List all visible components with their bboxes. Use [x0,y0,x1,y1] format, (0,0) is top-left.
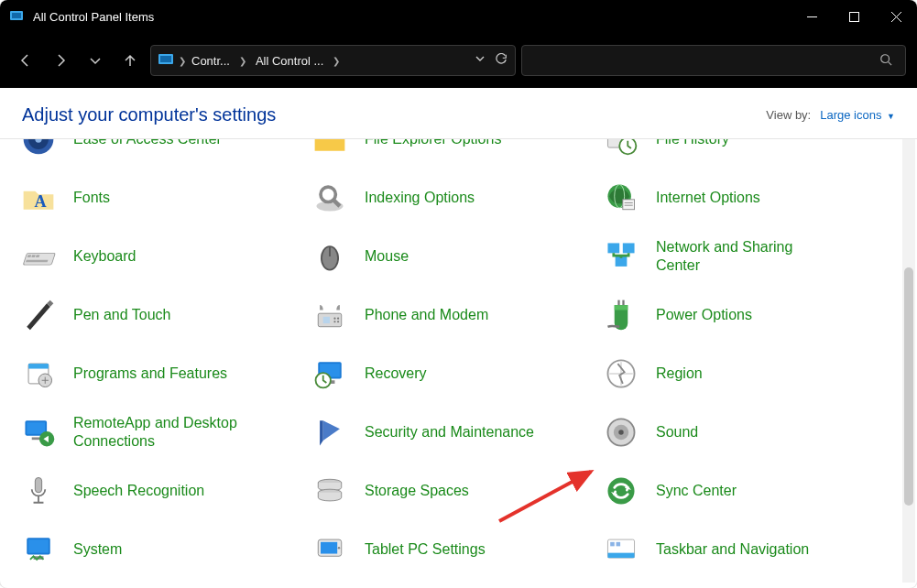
svg-rect-66 [28,539,49,553]
scrollbar-thumb[interactable] [904,267,913,506]
cpl-item-storage-spaces[interactable]: Storage Spaces [310,462,584,520]
control-panel-app-icon [9,9,24,24]
svg-point-70 [338,547,341,550]
cpl-item-label: Programs and Features [73,365,227,383]
cpl-item-file-explorer-options[interactable]: File Explorer Options [310,139,584,169]
cpl-item-label: Recovery [365,365,427,383]
tablet-icon [310,529,350,570]
control-panel-crumb-icon [158,53,173,69]
cpl-item-ease-of-access-center[interactable]: Ease of Access Center [18,139,293,169]
file-history-icon [601,139,641,159]
cpl-item-network-and-sharing-center[interactable]: Network and Sharing Center [601,227,876,286]
vertical-scrollbar[interactable] [902,139,915,583]
svg-point-41 [337,321,339,322]
history-dropdown-button[interactable] [475,53,486,69]
security-icon [310,412,350,452]
svg-point-64 [607,477,634,504]
cpl-item-label: Security and Maintenance [365,423,534,441]
indexing-icon [310,178,350,218]
cpl-item-label: Sound [656,423,698,441]
cpl-item-label: Sync Center [656,482,737,500]
cpl-item-pen-and-touch[interactable]: Pen and Touch [18,286,293,344]
cpl-item-power-options[interactable]: Power Options [601,286,876,344]
cpl-item-label: Speech Recognition [73,482,204,500]
svg-point-58 [618,430,623,434]
sound-icon [601,412,641,452]
svg-text:A: A [34,192,46,211]
svg-rect-53 [27,422,45,434]
svg-rect-37 [323,317,330,323]
cpl-item-fonts[interactable]: AFonts [18,169,293,227]
forward-button[interactable] [46,46,75,75]
internet-icon [601,178,641,218]
cpl-item-recovery[interactable]: Recovery [310,344,584,403]
cpl-item-indexing-options[interactable]: Indexing Options [310,169,584,227]
titlebar: All Control Panel Items [0,0,917,33]
cpl-item-taskbar-and-navigation[interactable]: Taskbar and Navigation [601,520,876,579]
chevron-right-icon: ❯ [333,56,340,66]
up-button[interactable] [115,46,145,75]
cpl-item-region[interactable]: Region [601,344,876,403]
breadcrumb[interactable]: Contr... ❯ All Control ... ❯ [191,54,340,68]
cpl-item-file-history[interactable]: File History [601,139,876,169]
cpl-item-label: Network and Sharing Center [656,238,839,275]
cpl-item-label: System [73,540,122,559]
svg-point-40 [333,321,335,322]
svg-point-8 [881,54,890,62]
address-bar[interactable]: ❯ Contr... ❯ All Control ... ❯ [150,45,516,76]
cpl-item-mouse[interactable]: Mouse [310,227,584,286]
recent-locations-button[interactable] [81,46,110,75]
svg-rect-29 [26,260,49,263]
cpl-item-system[interactable]: System [18,520,293,579]
cpl-item-label: Mouse [365,247,409,266]
svg-rect-45 [28,364,49,368]
view-by-dropdown[interactable]: Large icons ▼ [820,108,895,122]
svg-rect-7 [160,56,171,62]
cpl-item-label: Storage Spaces [365,482,469,500]
phone-icon [310,295,350,335]
svg-rect-1 [12,13,21,18]
svg-rect-33 [607,243,619,253]
cpl-item-security-and-maintenance[interactable]: Security and Maintenance [310,403,584,462]
view-by-value: Large icons [820,108,881,122]
navbar: ❯ Contr... ❯ All Control ... ❯ [0,33,917,88]
cpl-item-tablet-pc-settings[interactable]: Tablet PC Settings [310,520,584,579]
sync-icon [601,471,641,511]
maximize-button[interactable] [833,0,875,33]
search-icon [879,53,892,69]
refresh-button[interactable] [495,53,508,69]
search-input[interactable] [521,45,906,76]
svg-rect-42 [617,300,619,305]
cpl-item-keyboard[interactable]: Keyboard [18,227,293,286]
items-viewport: Ease of Access CenterFile Explorer Optio… [0,139,917,586]
cpl-item-phone-and-modem[interactable]: Phone and Modem [310,286,584,344]
cpl-item-speech-recognition[interactable]: Speech Recognition [18,462,293,520]
svg-rect-73 [610,542,615,547]
svg-rect-54 [32,437,40,440]
svg-rect-3 [849,12,858,21]
minimize-button[interactable] [791,0,833,33]
cpl-item-label: Keyboard [73,247,136,266]
close-button[interactable] [875,0,917,33]
cpl-item-label: File History [656,139,729,148]
cpl-item-sound[interactable]: Sound [601,403,876,462]
system-icon [18,529,59,570]
region-icon [601,354,641,394]
svg-rect-72 [607,553,634,558]
svg-rect-22 [623,200,635,210]
cpl-item-remoteapp-and-desktop-connections[interactable]: RemoteApp and Desktop Connections [18,403,293,462]
cpl-item-sync-center[interactable]: Sync Center [601,462,876,520]
svg-rect-43 [622,300,624,305]
cpl-item-label: Pen and Touch [73,306,170,324]
breadcrumb-2: All Control ... [256,54,323,68]
cpl-item-programs-and-features[interactable]: Programs and Features [18,344,293,403]
back-button[interactable] [11,46,40,75]
cpl-item-internet-options[interactable]: Internet Options [601,169,876,227]
chevron-right-icon: ❯ [179,56,186,66]
mouse-icon [310,236,350,277]
svg-rect-59 [35,477,41,492]
taskbar-icon [601,529,641,570]
cpl-item-label: Fonts [73,189,110,207]
svg-point-39 [337,318,339,320]
svg-rect-74 [617,542,621,547]
